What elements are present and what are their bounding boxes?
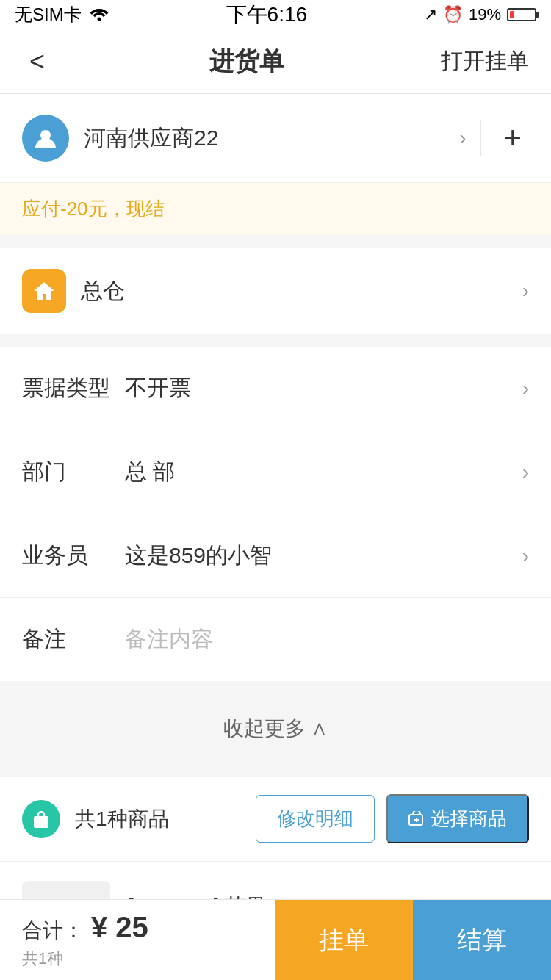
total-amount: ¥ 25 — [91, 911, 148, 944]
carrier-text: 无SIM卡 — [15, 3, 82, 26]
bottom-bar: 合计： ¥ 25 共1种 挂单 结算 — [0, 899, 551, 980]
select-product-label: 选择商品 — [431, 806, 507, 832]
total-text: 合计： — [22, 917, 84, 945]
svg-point-0 — [97, 18, 101, 21]
select-product-button[interactable]: 选择商品 — [386, 794, 529, 843]
svg-rect-2 — [34, 816, 48, 828]
department-chevron-icon: › — [522, 461, 529, 484]
cart-icon — [408, 811, 425, 827]
back-button[interactable]: < — [22, 39, 52, 84]
supplier-avatar — [22, 115, 69, 162]
vertical-divider — [480, 120, 481, 156]
invoice-type-value: 不开票 — [110, 373, 522, 403]
page-title: 进货单 — [209, 45, 284, 79]
salesman-row[interactable]: 业务员 这是859的小智 › — [0, 514, 551, 598]
supplier-chevron-icon: › — [459, 126, 466, 150]
collapse-button[interactable]: 收起更多 ∧ — [0, 694, 551, 763]
product-header-icon — [22, 800, 60, 838]
balance-notice: 应付-20元，现结 — [0, 183, 551, 235]
alarm-icon: ⏰ — [443, 5, 463, 24]
product-header: 共1种商品 修改明细 选择商品 — [0, 777, 551, 862]
remark-row[interactable]: 备注 备注内容 — [0, 598, 551, 681]
remark-value[interactable]: 备注内容 — [110, 624, 529, 655]
total-label: 合计： ¥ 25 — [22, 911, 253, 945]
edit-detail-button[interactable]: 修改明细 — [256, 795, 375, 843]
user-icon — [32, 125, 59, 151]
supplier-row[interactable]: 河南供应商22 › + — [0, 94, 551, 183]
add-supplier-button[interactable]: + — [496, 120, 529, 156]
status-time: 下午6:16 — [226, 1, 308, 29]
total-section: 合计： ¥ 25 共1种 — [0, 911, 275, 970]
invoice-type-row[interactable]: 票据类型 不开票 › — [0, 347, 551, 430]
warehouse-icon — [22, 269, 66, 313]
checkout-button[interactable]: 结算 — [413, 900, 551, 981]
wifi-icon — [89, 4, 109, 25]
home-icon — [32, 279, 56, 303]
supplier-section: 河南供应商22 › + 应付-20元，现结 — [0, 94, 551, 235]
battery-icon — [507, 8, 536, 21]
warehouse-row[interactable]: 总仓 › — [0, 248, 551, 334]
form-section: 票据类型 不开票 › 部门 总 部 › 业务员 这是859的小智 › 备注 备注… — [0, 347, 551, 681]
department-row[interactable]: 部门 总 部 › — [0, 430, 551, 514]
supplier-name: 河南供应商22 — [84, 123, 459, 154]
warehouse-section[interactable]: 总仓 › — [0, 248, 551, 334]
location-icon: ↗ — [424, 5, 437, 24]
status-bar: 无SIM卡 下午6:16 ↗ ⏰ 19% — [0, 0, 551, 29]
warehouse-name: 总仓 — [81, 276, 522, 306]
salesman-label: 业务员 — [22, 541, 110, 571]
status-left: 无SIM卡 — [15, 3, 109, 26]
remark-label: 备注 — [22, 624, 110, 655]
invoice-type-label: 票据类型 — [22, 373, 110, 403]
warehouse-chevron-icon: › — [522, 279, 529, 303]
nav-bar: < 进货单 打开挂单 — [0, 29, 551, 94]
salesman-chevron-icon: › — [522, 544, 529, 568]
department-value: 总 部 — [110, 457, 522, 487]
product-count: 共1种商品 — [75, 805, 256, 833]
battery-percent: 19% — [469, 5, 501, 24]
open-hold-button[interactable]: 打开挂单 — [441, 46, 529, 76]
hold-button[interactable]: 挂单 — [275, 900, 413, 981]
shopping-bag-icon — [31, 809, 51, 829]
total-count: 共1种 — [22, 948, 253, 970]
status-right: ↗ ⏰ 19% — [424, 5, 536, 24]
salesman-value: 这是859的小智 — [110, 541, 522, 571]
department-label: 部门 — [22, 457, 110, 487]
invoice-chevron-icon: › — [522, 377, 529, 400]
